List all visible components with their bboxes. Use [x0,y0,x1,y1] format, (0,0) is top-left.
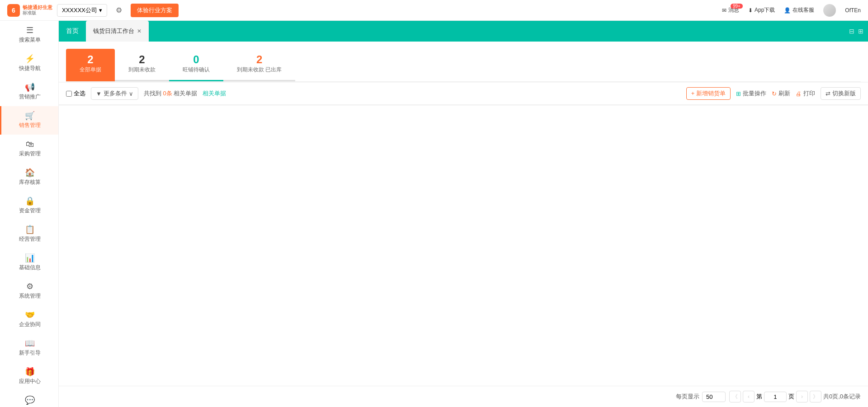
sidebar-item-sales[interactable]: 🛒 销售管理 [0,106,58,135]
sidebar: ☰ 搜索菜单 ⚡ 快捷导航 📢 营销推广 🛒 销售管理 🛍 采购管理 🏠 库存核… [0,21,59,407]
stat-label-overdue: 到期未收款 [128,66,156,74]
stats-section: 2 全部单据 2 到期未收款 0 旺铺待确认 2 [59,42,868,82]
company-selector[interactable]: XXXXXX公司 ▾ [57,4,107,17]
company-name: XXXXXX公司 [62,6,97,14]
dropdown-icon: ∨ [129,90,133,97]
user-name: OfTEn [845,7,861,14]
switch-version-button[interactable]: ⇄ 切换新版 [821,87,861,100]
prev-page-button[interactable]: ‹ [743,391,755,402]
sidebar-item-operations[interactable]: 📋 经营管理 [0,220,58,248]
basics-icon: 📊 [25,254,35,262]
settings-button[interactable]: ⚙ [112,3,126,18]
sidebar-item-basics[interactable]: 📊 基础信息 [0,248,58,277]
app-logo-icon: 6 [7,4,20,17]
batch-action-button[interactable]: ⊞ 批量操作 [736,89,766,98]
stat-tab-overdue[interactable]: 2 到期未收款 [115,49,169,81]
search-icon: ☰ [26,26,33,34]
chevron-down-icon: ▾ [99,7,102,14]
content-area: 首页 钱货日清工作台 ✕ ⊟ ⊞ 2 全部单据 [59,21,868,407]
tab-expand-icon[interactable]: ⊞ [858,28,863,35]
page-input[interactable] [764,392,787,402]
page-label: 第 [756,393,762,401]
tab-bar: 首页 钱货日清工作台 ✕ ⊟ ⊞ [59,21,868,42]
stat-label-shipped: 到期未收款 已出库 [237,66,282,74]
switch-icon: ⇄ [826,90,830,97]
app-download-button[interactable]: ⬇ App下载 [748,6,775,14]
sidebar-item-quicknav[interactable]: ⚡ 快捷导航 [0,49,58,78]
stat-tab-overdue-shipped[interactable]: 2 到期未收款 已出库 [223,49,295,81]
avatar[interactable] [823,4,836,17]
stat-count-overdue: 2 [139,53,145,66]
toolbar-right: + 新增销货单 ⊞ 批量操作 ↻ 刷新 🖨 打印 ⇄ [686,87,861,100]
pagination: 《 ‹ 第 页 › 》 共0页,0条记录 [729,391,861,402]
tab-bar-actions: ⊟ ⊞ [849,28,863,35]
sidebar-item-purchase[interactable]: 🛍 采购管理 [0,135,58,163]
wechat-icon: 💬 [25,396,35,404]
inventory-icon: 🏠 [25,168,35,177]
tab-minimize-icon[interactable]: ⊟ [849,28,854,35]
sidebar-item-enterprise[interactable]: 🤝 企业协同 [0,305,58,334]
sidebar-item-marketing[interactable]: 📢 营销推广 [0,78,58,106]
download-icon: ⬇ [748,7,753,14]
experience-button[interactable]: 体验行业方案 [131,4,179,17]
filter-button[interactable]: ▼ 更多条件 ∨ [91,87,138,100]
total-text: 共0页,0条记录 [823,393,861,401]
next-page-button[interactable]: › [796,391,808,402]
print-icon: 🖨 [796,90,802,97]
main-layout: ☰ 搜索菜单 ⚡ 快捷导航 📢 营销推广 🛒 销售管理 🛍 采购管理 🏠 库存核… [0,21,868,407]
per-page-select[interactable]: 20 50 100 [702,392,726,402]
page-footer: 每页显示 20 50 100 《 ‹ 第 页 › 》 共0页,0条记录 [59,386,868,407]
app-name-text: 畅捷通好生意 标准版 [23,5,52,16]
service-icon: 👤 [784,7,791,14]
header-left: 6 畅捷通好生意 标准版 XXXXXX公司 ▾ ⚙ 体验行业方案 [7,3,179,18]
stat-count-all: 2 [80,53,101,66]
operations-icon: 📋 [25,225,35,234]
select-all-input[interactable] [66,91,72,97]
logo-area: 6 畅捷通好生意 标准版 [7,4,52,17]
page-content: 2 全部单据 2 到期未收款 0 旺铺待确认 2 [59,42,868,407]
filter-icon: ▼ [96,90,102,97]
sidebar-item-apps[interactable]: 🎁 应用中心 [0,362,58,391]
stat-count-wangpu: 0 [193,53,199,66]
print-button[interactable]: 🖨 打印 [796,89,815,98]
select-all-checkbox[interactable]: 全选 [66,89,85,98]
newbie-icon: 📖 [25,339,35,347]
purchase-icon: 🛍 [26,140,34,148]
refresh-icon: ↻ [772,90,777,97]
sidebar-item-newbie[interactable]: 📖 新手引导 [0,334,58,362]
message-button[interactable]: ✉ 消息 99+ [722,6,739,14]
found-count: 0条 [163,90,172,97]
table-area [59,106,868,386]
sidebar-item-finance[interactable]: 🔒 资金管理 [0,192,58,220]
sidebar-item-system[interactable]: ⚙ 系统管理 [0,277,58,305]
marketing-icon: 📢 [25,83,35,91]
system-icon: ⚙ [26,282,33,290]
add-order-button[interactable]: + 新增销货单 [686,87,731,100]
first-page-button[interactable]: 《 [729,391,741,402]
stat-tab-all[interactable]: 2 全部单据 [66,49,115,81]
toolbar-left: 全选 ▼ 更多条件 ∨ 共找到 0条 相关单据 相关单据 [66,87,226,100]
tab-close-icon[interactable]: ✕ [137,28,142,34]
per-page-label: 每页显示 [676,393,699,401]
per-page-selector: 每页显示 20 50 100 [676,392,726,402]
top-header: 6 畅捷通好生意 标准版 XXXXXX公司 ▾ ⚙ 体验行业方案 ✉ 消息 99… [0,0,868,21]
last-page-button[interactable]: 》 [810,391,821,402]
sidebar-item-wechat[interactable]: 💬 企业微信 [0,391,58,407]
page-suffix: 页 [788,393,794,401]
stats-tabs: 2 全部单据 2 到期未收款 0 旺铺待确认 2 [66,49,861,82]
finance-icon: 🔒 [25,197,35,205]
message-badge: 99+ [731,4,743,9]
header-right: ✉ 消息 99+ ⬇ App下载 👤 在线客服 OfTEn [722,4,861,17]
tab-workbench[interactable]: 钱货日清工作台 ✕ [86,21,149,42]
refresh-button[interactable]: ↻ 刷新 [772,89,790,98]
online-service-button[interactable]: 👤 在线客服 [784,6,814,14]
apps-icon: 🎁 [25,368,35,376]
related-orders-link[interactable]: 相关单据 [203,89,226,98]
stat-label-wangpu: 旺铺待确认 [183,66,210,74]
sidebar-item-inventory[interactable]: 🏠 库存核算 [0,163,58,192]
stat-tab-wangpu[interactable]: 0 旺铺待确认 [169,49,223,81]
tab-home[interactable]: 首页 [59,21,86,42]
sidebar-item-search[interactable]: ☰ 搜索菜单 [0,21,58,49]
quicknav-icon: ⚡ [25,55,35,63]
batch-icon: ⊞ [736,90,741,97]
